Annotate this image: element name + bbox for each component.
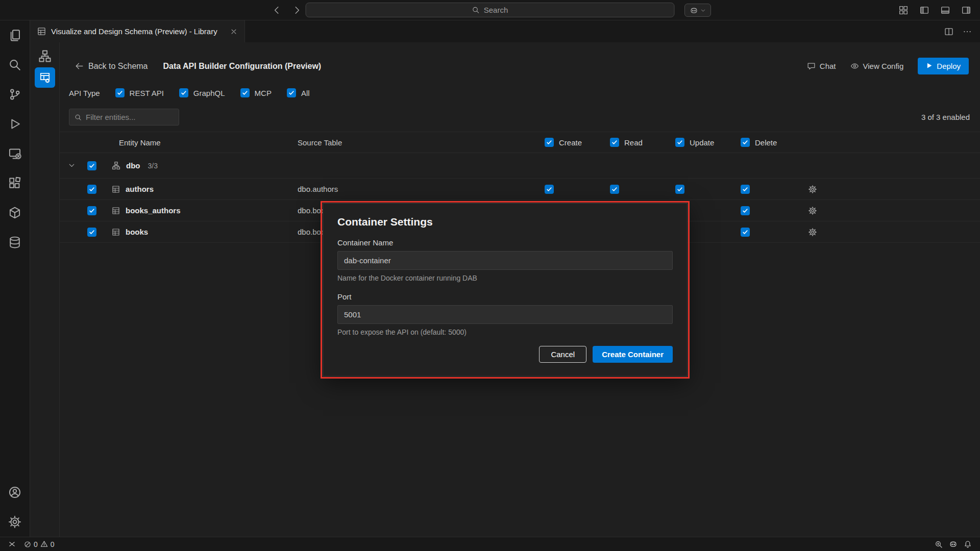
back-label: Back to Schema [88,62,148,71]
search-icon [472,6,480,14]
toggle-sidebar-icon[interactable] [918,4,931,17]
zoom-indicator-icon[interactable] [932,537,946,551]
filter-search-icon [75,114,82,121]
deploy-button[interactable]: Deploy [918,58,969,74]
view-config-button[interactable]: View Config [850,62,904,70]
update-header: Update [675,138,741,147]
notifications-bell-icon[interactable] [961,537,975,551]
source-control-icon[interactable] [0,80,30,109]
title-bar: Search [0,0,980,20]
table-header-row: Entity Name Source Table Create [60,132,980,153]
play-icon [926,62,933,70]
filter-entities-field[interactable] [69,109,179,126]
table-row-authors[interactable]: authors dbo.authors [60,179,980,200]
update-header-label: Update [690,138,714,147]
toggle-secondary-sidebar-icon[interactable] [960,4,973,17]
row-checkbox[interactable] [87,206,96,215]
port-label: Port [337,292,673,301]
cancel-button[interactable]: Cancel [539,346,586,363]
arrow-left-icon [75,62,84,70]
delete-header: Delete [741,138,806,147]
read-all-checkbox[interactable] [610,138,619,147]
row-delete-checkbox[interactable] [741,185,750,194]
toggle-panel-icon[interactable] [939,4,952,17]
explorer-icon[interactable] [0,20,30,50]
tab-close-icon[interactable] [230,28,237,35]
mcp-checkbox-group[interactable]: MCP [240,88,272,97]
command-center-search[interactable]: Search [306,3,675,17]
entity-name: books_authors [126,206,181,215]
all-checkbox-group[interactable]: All [287,88,310,97]
row-checkbox[interactable] [87,185,96,194]
create-all-checkbox[interactable] [545,138,554,147]
delete-all-checkbox[interactable] [741,138,750,147]
row-checkbox[interactable] [87,228,96,237]
search-placeholder: Search [484,6,508,14]
search-sidebar-icon[interactable] [0,50,30,80]
schema-diagram-view-button[interactable] [38,49,52,63]
copilot-icon [690,6,698,15]
update-all-checkbox[interactable] [675,138,684,147]
layout-controls [897,0,973,20]
graphql-checkbox[interactable] [179,88,188,97]
more-actions-icon[interactable] [963,27,972,36]
row-delete-checkbox[interactable] [741,206,750,215]
back-to-schema-link[interactable]: Back to Schema [75,62,148,71]
schema-group-row[interactable]: dbo 3/3 [60,153,980,179]
forward-arrow-icon[interactable] [291,4,303,16]
copilot-status-icon[interactable] [946,537,961,551]
group-expand-chevron-icon[interactable] [60,162,83,169]
problems-indicator[interactable]: 0 0 [21,537,58,551]
port-input[interactable] [337,305,673,324]
row-create-checkbox[interactable] [545,185,554,194]
graphql-label: GraphQL [193,89,225,97]
chat-icon [807,62,816,70]
row-settings-gear-icon[interactable] [808,185,817,194]
account-icon[interactable] [0,478,30,507]
container-settings-dialog: Container Settings Container Name Name f… [323,203,688,377]
copilot-menu-button[interactable] [684,4,711,17]
extensions-icon[interactable] [0,168,30,198]
rest-api-checkbox-group[interactable]: REST API [115,88,164,97]
warnings-count: 0 [51,540,55,548]
split-editor-icon[interactable] [944,27,953,36]
errors-icon [24,541,31,548]
row-update-checkbox[interactable] [675,185,684,194]
delete-header-label: Delete [755,138,777,147]
settings-gear-icon[interactable] [0,507,30,537]
filter-entities-input[interactable] [86,113,187,121]
remote-indicator-icon[interactable] [5,537,19,551]
row-settings-gear-icon[interactable] [808,206,817,215]
chat-button[interactable]: Chat [807,62,836,70]
source-table-header: Source Table [284,138,545,147]
create-header: Create [545,138,610,147]
database-icon[interactable] [0,228,30,257]
container-name-input[interactable] [337,251,673,270]
row-settings-gear-icon[interactable] [808,228,817,237]
group-checkbox[interactable] [87,161,96,170]
tab-schema-designer[interactable]: Visualize and Design Schema (Preview) - … [30,20,245,42]
history-nav [271,0,303,20]
enabled-summary: 3 of 3 enabled [921,113,970,121]
dab-config-view-button[interactable] [35,67,55,88]
entity-name-header: Entity Name [105,138,284,147]
run-debug-icon[interactable] [0,109,30,139]
api-type-label: API Type [69,89,100,97]
back-arrow-icon[interactable] [271,4,283,16]
row-delete-checkbox[interactable] [741,228,750,237]
package-cube-icon[interactable] [0,198,30,228]
row-read-checkbox[interactable] [610,185,619,194]
read-header-label: Read [624,138,643,147]
entity-name: authors [126,185,154,193]
remote-explorer-icon[interactable] [0,139,30,168]
graphql-checkbox-group[interactable]: GraphQL [179,88,225,97]
customize-layout-icon[interactable] [897,4,910,17]
schema-designer-tab-icon [37,27,46,36]
all-checkbox[interactable] [287,88,296,97]
rest-api-checkbox[interactable] [115,88,125,97]
mcp-checkbox[interactable] [240,88,250,97]
dialog-title: Container Settings [337,216,673,228]
create-container-button[interactable]: Create Container [593,346,673,363]
eye-icon [850,62,859,70]
table-icon [112,185,120,193]
